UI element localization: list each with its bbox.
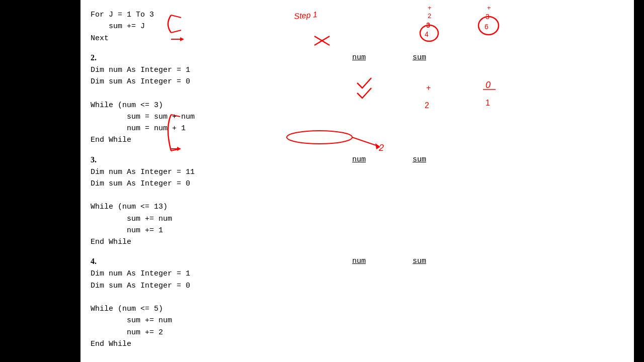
s4-line3: While (num <= 5) [91,305,163,313]
s4-line4: sum += num [109,316,172,325]
s2-line1: Dim num As Integer = 1 [91,66,190,74]
s3-line2: Dim sum As Integer = 0 [91,179,190,188]
s2-num-header: num [352,53,366,62]
s3-line6: End While [91,238,131,246]
right-black-bar [634,0,644,362]
top-section: For J = 1 To 3 sum += J Next [91,9,624,44]
s2-line6: End While [91,136,131,144]
s3-sum-header: sum [413,155,426,164]
s4-line1: Dim num As Integer = 1 [91,269,190,278]
s3-line3: While (num <= 13) [91,203,168,211]
section-4: num sum 4. Dim num As Integer = 1 Dim su… [91,257,624,350]
s2-line5: num = num + 1 [109,124,186,133]
s4-code: Dim num As Integer = 1 Dim sum As Intege… [91,268,624,350]
s2-sum-header: sum [413,53,426,62]
s2-line4: sum = sum + num [109,113,195,121]
section-2: num sum 2. Dim num As Integer = 1 Dim su… [91,53,624,146]
svg-marker-19 [177,147,181,151]
svg-line-17 [171,149,180,151]
s3-line4: sum += num [109,215,172,223]
s4-line2: Dim sum As Integer = 0 [91,282,190,290]
s3-code: Dim num As Integer = 11 Dim sum As Integ… [91,166,624,248]
left-black-bar [0,0,80,362]
section-3: num sum 3. Dim num As Integer = 11 Dim s… [91,155,624,248]
main-content: Step 1 + 2 3 4 + 3 6 [80,0,634,362]
s4-num-header: num [352,257,366,265]
s2-line2: Dim sum As Integer = 0 [91,77,190,86]
s3-line5: num += 1 [109,226,163,235]
s3-line1: Dim num As Integer = 11 [91,168,195,176]
s3-num-header: num [352,155,366,164]
top-code: For J = 1 To 3 sum += J Next [91,9,624,44]
s2-code: Dim num As Integer = 1 Dim sum As Intege… [91,64,624,146]
s4-sum-header: sum [413,257,426,265]
s4-line6: End While [91,340,131,348]
s2-line3: While (num <= 3) [91,101,163,110]
s4-line5: num += 2 [109,328,163,337]
